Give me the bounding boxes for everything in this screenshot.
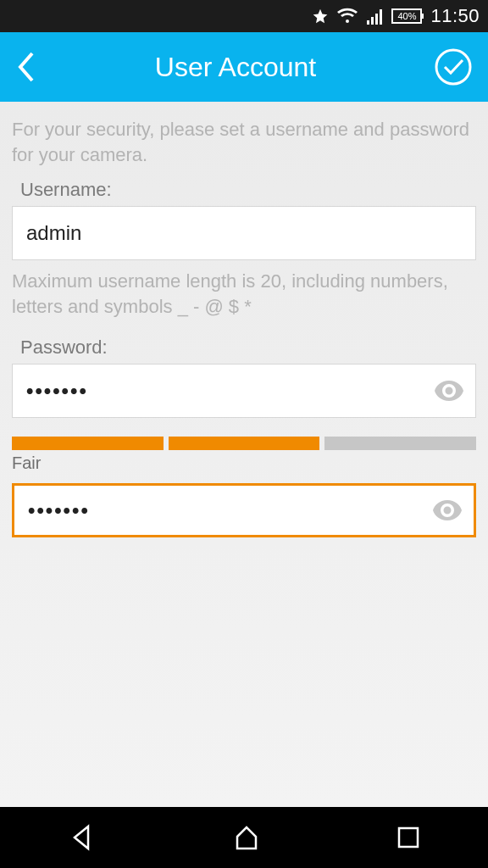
confirm-password-value: ••••••• (28, 498, 90, 522)
nav-recent-icon[interactable] (396, 826, 420, 849)
star-icon (312, 8, 329, 25)
status-bar: 40% 11:50 (0, 0, 488, 32)
svg-point-0 (436, 50, 470, 84)
app-header: User Account (0, 32, 488, 102)
nav-back-icon[interactable] (68, 823, 97, 852)
system-navbar (0, 807, 488, 868)
strength-seg-2 (169, 437, 320, 450)
strength-seg-3 (324, 437, 476, 450)
battery-indicator: 40% (391, 8, 422, 24)
back-icon[interactable] (15, 50, 37, 84)
clock: 11:50 (430, 5, 480, 27)
username-hint: Maximum username length is 20, including… (12, 269, 476, 319)
nav-home-icon[interactable] (232, 823, 261, 852)
wifi-icon (337, 8, 358, 25)
content-area: For your security, please set a username… (0, 102, 488, 807)
confirm-icon[interactable] (434, 47, 473, 86)
battery-percent: 40% (397, 11, 416, 21)
username-label: Username: (20, 179, 476, 201)
strength-seg-1 (12, 437, 164, 450)
eye-icon[interactable] (435, 381, 463, 401)
password-field[interactable]: ••••••• (12, 364, 476, 418)
username-field[interactable] (12, 206, 476, 260)
password-label: Password: (20, 337, 476, 359)
instruction-text: For your security, please set a username… (12, 117, 476, 167)
eye-icon[interactable] (433, 500, 462, 520)
password-strength-meter (12, 437, 476, 450)
page-title: User Account (37, 52, 434, 83)
username-input[interactable] (26, 207, 462, 259)
svg-rect-1 (399, 828, 418, 847)
confirm-password-field[interactable]: ••••••• (12, 483, 476, 537)
password-value: ••••••• (26, 379, 88, 403)
strength-label: Fair (12, 453, 476, 473)
cell-signal-icon (366, 8, 383, 25)
